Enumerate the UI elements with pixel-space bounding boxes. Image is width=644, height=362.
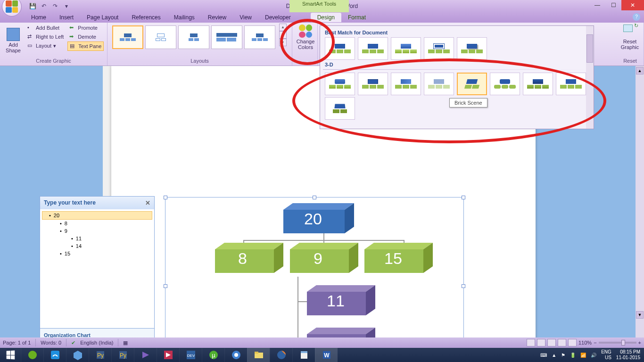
tab-mailings[interactable]: Mailings <box>167 13 201 22</box>
tab-references[interactable]: References <box>125 13 167 22</box>
view-outline[interactable] <box>558 339 566 346</box>
macro-icon[interactable]: ▦ <box>123 340 128 346</box>
add-bullet-button[interactable]: •Add Bullet <box>25 24 66 32</box>
style-3d-2[interactable] <box>358 73 388 95</box>
text-pane-item-5[interactable]: •15 <box>42 250 152 257</box>
text-pane-item-3[interactable]: •11 <box>42 235 152 242</box>
promote-button[interactable]: ⬅Promote <box>67 24 104 32</box>
language-indicator[interactable]: English (India) <box>80 340 113 346</box>
task-vs[interactable] <box>134 348 157 362</box>
layout-thumb-5[interactable] <box>244 25 275 49</box>
layout-thumb-1[interactable] <box>112 25 143 49</box>
battery-icon[interactable]: 🔋 <box>570 353 576 358</box>
style-3d-1[interactable] <box>325 73 355 95</box>
start-button[interactable] <box>0 348 21 362</box>
style-bestmatch-2[interactable] <box>358 37 388 60</box>
task-chrome[interactable] <box>224 348 247 362</box>
add-shape-button[interactable]: Add Shape <box>3 24 24 57</box>
style-3d-7[interactable] <box>523 73 553 95</box>
save-icon[interactable]: 💾 <box>28 2 37 10</box>
view-print-layout[interactable] <box>527 339 535 346</box>
volume-icon[interactable]: 🔊 <box>591 353 596 358</box>
network-icon[interactable]: 📶 <box>580 353 586 358</box>
zoom-in-icon[interactable]: + <box>638 340 641 346</box>
style-3d-5-brick-scene[interactable]: Brick Scene <box>457 73 487 95</box>
action-center-icon[interactable]: ⚑ <box>561 353 565 358</box>
task-python2[interactable]: Py <box>111 348 134 362</box>
reset-graphic-button[interactable]: ↻ Reset Graphic <box>619 24 640 51</box>
tray-clock[interactable]: 08:15 PM11-01-2015 <box>616 349 640 361</box>
smartart-canvas[interactable]: 20 8 9 15 11 <box>165 197 464 337</box>
minimize-button[interactable]: — <box>589 0 605 10</box>
layout-button[interactable]: ▭Layout ▾ <box>25 41 66 50</box>
tray-expand-icon[interactable]: ▲ <box>552 353 556 358</box>
close-button[interactable]: ✕ <box>621 0 644 10</box>
style-3d-6[interactable] <box>490 73 520 95</box>
style-3d-9[interactable] <box>325 97 355 120</box>
layout-thumb-4[interactable] <box>211 25 242 49</box>
help-icon[interactable]: ? <box>633 13 640 21</box>
task-utorrent[interactable]: µ <box>202 348 224 362</box>
task-firefox[interactable] <box>270 348 292 362</box>
task-wifi[interactable] <box>43 348 66 362</box>
text-pane-item-0[interactable]: •20 <box>42 211 152 220</box>
text-pane-close-icon[interactable]: ✕ <box>145 199 150 206</box>
task-notepad[interactable] <box>292 348 315 362</box>
smartart-node-9[interactable] <box>290 243 365 276</box>
task-explorer[interactable] <box>247 348 270 362</box>
tab-home[interactable]: Home <box>25 13 53 22</box>
layouts-spinner[interactable]: ▲▼▾ <box>279 24 287 57</box>
smartart-node-11[interactable] <box>307 285 382 318</box>
redo-icon[interactable]: ↷ <box>51 2 59 10</box>
change-colors-button[interactable]: Change Colors <box>295 24 316 51</box>
text-pane-item-1[interactable]: •8 <box>42 220 152 227</box>
text-pane-item-2[interactable]: •9 <box>42 227 152 235</box>
style-bestmatch-3[interactable] <box>391 37 421 60</box>
view-draft[interactable] <box>568 339 577 346</box>
text-pane-item-4[interactable]: •14 <box>42 242 152 250</box>
layout-thumb-2[interactable] <box>145 25 176 49</box>
smartart-node-8[interactable] <box>215 243 290 276</box>
styles-scrollbar[interactable] <box>586 26 594 129</box>
smartart-node-20[interactable] <box>283 203 363 236</box>
text-pane-button[interactable]: ▤Text Pane <box>67 41 104 51</box>
text-pane-list[interactable]: •20 •8 •9 •11 •14 •15 <box>40 209 154 328</box>
tray-lang[interactable]: ENGUS <box>601 349 611 361</box>
smartart-node-14[interactable] <box>307 328 382 337</box>
task-vs2[interactable] <box>157 348 179 362</box>
style-3d-8[interactable] <box>556 73 586 95</box>
page-indicator[interactable]: Page: 1 of 1 <box>3 340 31 346</box>
style-3d-3[interactable] <box>391 73 421 95</box>
vertical-scrollbar[interactable]: ▲ ▼ <box>636 66 644 337</box>
right-to-left-button[interactable]: ⇄Right to Left <box>25 33 66 41</box>
maximize-button[interactable]: ☐ <box>605 0 621 10</box>
task-3d[interactable] <box>66 348 89 362</box>
spellcheck-icon[interactable]: ✔ <box>71 340 75 346</box>
tab-page-layout[interactable]: Page Layout <box>80 13 125 22</box>
word-count[interactable]: Words: 0 <box>41 340 61 346</box>
task-coreldraw[interactable] <box>21 348 43 362</box>
tab-review[interactable]: Review <box>201 13 233 22</box>
zoom-slider[interactable] <box>599 342 636 344</box>
task-python[interactable]: Py <box>89 348 111 362</box>
zoom-out-icon[interactable]: − <box>594 340 596 346</box>
style-3d-4[interactable] <box>424 73 454 95</box>
task-devcpp[interactable]: DEV <box>179 348 202 362</box>
demote-button[interactable]: ➡Demote <box>67 33 104 41</box>
style-bestmatch-1[interactable] <box>325 37 355 60</box>
style-bestmatch-5[interactable] <box>457 37 487 60</box>
tab-view[interactable]: View <box>233 13 258 22</box>
qat-customize-icon[interactable]: ▾ <box>62 2 71 10</box>
layout-thumb-3[interactable] <box>178 25 209 49</box>
view-web-layout[interactable] <box>547 339 556 346</box>
style-bestmatch-4[interactable] <box>424 37 454 60</box>
keyboard-icon[interactable]: ⌨ <box>540 353 547 358</box>
undo-icon[interactable]: ↶ <box>40 2 48 10</box>
tab-insert[interactable]: Insert <box>53 13 80 22</box>
view-full-screen[interactable] <box>537 339 545 346</box>
tab-format[interactable]: Format <box>341 13 372 22</box>
tab-developer[interactable]: Developer <box>258 13 297 22</box>
zoom-level[interactable]: 110% <box>578 340 592 346</box>
smartart-node-15[interactable] <box>364 243 440 276</box>
task-word[interactable]: W <box>315 348 338 362</box>
